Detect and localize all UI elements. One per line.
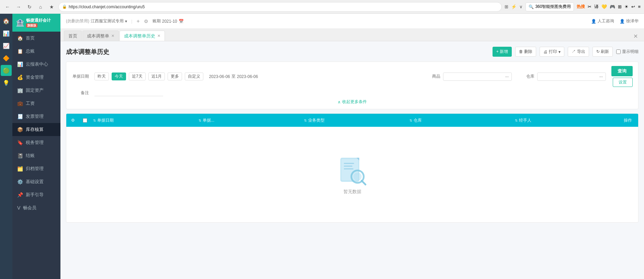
tab-cost-adjust-label: 成本调整单 <box>87 33 109 39</box>
company-selector[interactable]: (勿删勿禁用) 江西服宝测试专用 ▾ <box>66 18 127 24</box>
sidebar-item-reports[interactable]: 📊 云报表中心 <box>12 58 60 71</box>
sidebar-item-ledger[interactable]: 📋 总账 <box>12 45 60 58</box>
page-header: 成本调整单历史 + 新增 🗑 删除 🖨 打印 ▾ ↗ 导出 ↻ 刷新 显示明细 <box>66 47 639 57</box>
settings-nav-icon: ⚙️ <box>17 179 23 185</box>
sidebar-item-settings[interactable]: ⚙️ 基础设置 <box>12 175 60 188</box>
shortcut-7days[interactable]: 近7天 <box>129 72 146 80</box>
svg-rect-4 <box>344 168 353 169</box>
icon-sidebar-item-5[interactable]: 💡 <box>1 77 12 88</box>
tab-cost-adjust-close[interactable]: ✕ <box>111 34 114 38</box>
sidebar-item-guide[interactable]: 📌 新手引导 <box>12 188 60 201</box>
icon-sidebar-item-0[interactable]: 🏠 <box>1 15 12 26</box>
sidebar-item-tax[interactable]: 🔖 税务管理 <box>12 136 60 149</box>
toolbar-actions: + 新增 🗑 删除 🖨 打印 ▾ ↗ 导出 ↻ 刷新 显示明细 <box>493 47 639 57</box>
delete-button[interactable]: 🗑 删除 <box>515 47 536 57</box>
browser-chrome: ← → ↻ ⌂ ★ 🔒 https://cloud.chanjet.com/ac… <box>0 0 644 14</box>
tab-home[interactable]: 首页 <box>64 31 82 41</box>
filter-row-remark: 备注 <box>72 90 633 96</box>
collapse-label: 收起更多条件 <box>342 99 367 105</box>
home-button[interactable]: ⌂ <box>36 3 45 11</box>
refresh-button[interactable]: ↻ 刷新 <box>592 47 613 57</box>
calendar-icon: 📅 <box>179 19 184 24</box>
th-checkbox[interactable] <box>79 118 90 123</box>
sidebar-item-archive[interactable]: 🗂️ 归档管理 <box>12 162 60 175</box>
th-doc[interactable]: ⇅ 单据... <box>196 118 301 123</box>
user-avatar-icon: 👤 <box>620 19 625 24</box>
sidebar-item-close[interactable]: 📓 结账 <box>12 149 60 162</box>
new-button[interactable]: + 新增 <box>493 47 512 57</box>
address-bar[interactable]: 🔒 https://cloud.chanjet.com/accounting/u… <box>58 2 502 12</box>
empty-state: 暂无数据 <box>66 127 638 222</box>
chevron-down-icon: ∨ <box>519 4 523 9</box>
browser-right-icons: ⊞ ⚡ ∨ <box>505 4 523 9</box>
sidebar-item-assets[interactable]: 🏢 固定资产 <box>12 84 60 97</box>
shortcut-today[interactable]: 今天 <box>112 72 126 80</box>
shortcut-more[interactable]: 更多 <box>168 72 182 80</box>
tab-cost-adjust-history-close[interactable]: ✕ <box>157 34 160 38</box>
tab-home-label: 首页 <box>68 33 77 39</box>
archive-nav-label: 归档管理 <box>26 166 44 172</box>
print-dropdown-icon: ▾ <box>558 49 561 54</box>
sidebar-item-vip[interactable]: V 畅会员 <box>12 201 60 214</box>
ledger-nav-label: 总账 <box>26 48 35 54</box>
icon-sidebar-item-2[interactable]: 📈 <box>1 40 12 51</box>
star-button[interactable]: ★ <box>47 3 56 11</box>
hot-search-label: 热搜 <box>577 4 585 10</box>
icon-sidebar-item-1[interactable]: 📊 <box>1 28 12 39</box>
app-container: 🏠 📊 📈 🔶 🟢 💡 🏦 畅捷通好会计 旗舰版 🏠 首页 📋 总账 <box>0 14 644 279</box>
tab-cost-adjust[interactable]: 成本调整单 ✕ <box>82 31 119 41</box>
icon-sidebar-item-3[interactable]: 🔶 <box>1 53 12 64</box>
th-type[interactable]: ⇅ 业务类型 <box>301 118 407 123</box>
th-warehouse[interactable]: ⇅ 仓库 <box>407 118 512 123</box>
collapse-button[interactable]: ∧ 收起更多条件 <box>338 99 367 105</box>
tax-nav-label: 税务管理 <box>26 140 44 146</box>
th-handler[interactable]: ⇅ 经手人 <box>512 118 618 123</box>
set-button[interactable]: 设置 <box>613 78 633 87</box>
forward-button[interactable]: → <box>14 3 23 11</box>
shortcut-1month[interactable]: 近1月 <box>148 72 165 80</box>
export-button[interactable]: ↗ 导出 <box>568 47 589 57</box>
date-separator: 至 <box>231 74 236 79</box>
settings-tab-button[interactable]: ⚙ <box>144 19 148 24</box>
tax-nav-icon: 🔖 <box>17 140 23 145</box>
refresh-button[interactable]: ↻ <box>25 3 34 11</box>
th-date[interactable]: ⇅ 单据日期 <box>90 118 196 123</box>
icon-sidebar-item-4[interactable]: 🟢 <box>1 65 12 76</box>
shortcut-custom[interactable]: 自定义 <box>185 72 203 80</box>
sidebar-item-invoice[interactable]: 🧾 发票管理 <box>12 110 60 123</box>
main-sidebar: 🏦 畅捷通好会计 旗舰版 🏠 首页 📋 总账 📊 云报表中心 💰 资金管理 <box>12 14 60 279</box>
date-from: 2023-06-06 <box>209 74 230 79</box>
show-detail-checkbox[interactable] <box>616 49 621 54</box>
print-icon: 🖨 <box>543 49 547 54</box>
url-text: https://cloud.chanjet.com/accounting/uru… <box>69 4 145 9</box>
add-tab-button[interactable]: + <box>136 18 139 24</box>
salary-nav-label: 工资 <box>26 100 35 107</box>
remark-filter-label: 备注 <box>72 90 89 96</box>
sidebar-item-home[interactable]: 🏠 首页 <box>12 32 60 45</box>
inventory-nav-icon: 📦 <box>17 127 23 132</box>
sidebar-item-salary[interactable]: 💼 工资 <box>12 97 60 110</box>
tab-bar: 首页 成本调整单 ✕ 成本调整单历史 ✕ ✕ <box>60 29 644 41</box>
print-button[interactable]: 🖨 打印 ▾ <box>540 47 564 57</box>
menu-icon: ≡ <box>638 4 641 9</box>
scissors-icon: ✂ <box>588 4 591 9</box>
browser-search-bar[interactable]: 🔍 360智能抠图免费用 <box>526 2 574 11</box>
tab-cost-adjust-history[interactable]: 成本调整单历史 ✕ <box>120 31 165 41</box>
remark-input[interactable] <box>94 90 163 96</box>
user-name-text: 徐泽华 <box>626 18 639 24</box>
back-button[interactable]: ← <box>3 3 12 11</box>
sidebar-item-fund[interactable]: 💰 资金管理 <box>12 71 60 84</box>
th-gear[interactable]: ⚙ <box>66 118 79 123</box>
sidebar-item-inventory[interactable]: 📦 库存核算 <box>12 123 60 136</box>
query-button[interactable]: 查询 <box>611 66 633 76</box>
shortcut-yesterday[interactable]: 昨天 <box>94 72 109 80</box>
close-nav-label: 结账 <box>26 153 35 159</box>
user-service[interactable]: 👤 人工咨询 <box>591 18 614 24</box>
svg-rect-3 <box>344 166 352 167</box>
page-close-button[interactable]: ✕ <box>631 32 641 41</box>
select-all-checkbox[interactable] <box>83 118 87 123</box>
warehouse-dropdown[interactable]: ··· <box>537 72 606 81</box>
user-name[interactable]: 👤 徐泽华 <box>620 18 639 24</box>
goods-dropdown[interactable]: ··· <box>443 72 512 81</box>
page-body: 成本调整单历史 + 新增 🗑 删除 🖨 打印 ▾ ↗ 导出 ↻ 刷新 显示明细 <box>60 41 644 279</box>
